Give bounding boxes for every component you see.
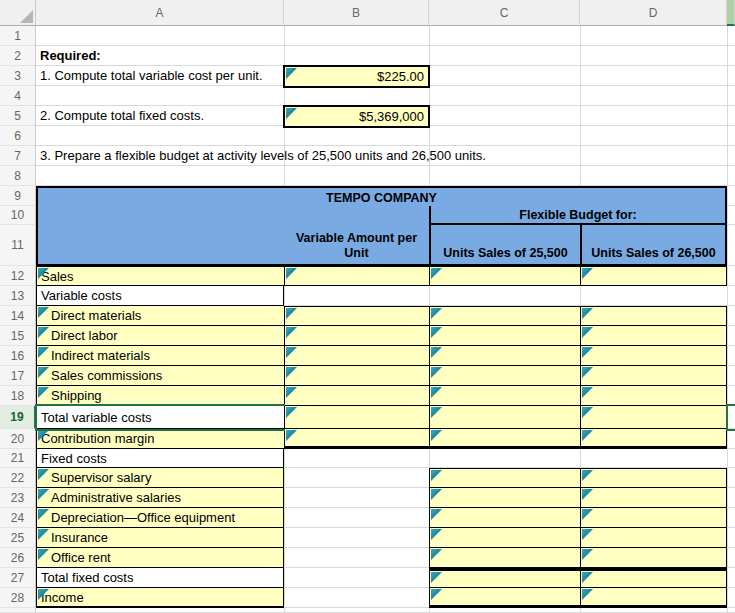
row-header-28[interactable]: 28 — [0, 588, 36, 608]
column-header-d[interactable]: D — [580, 0, 727, 26]
cell-d14-input[interactable] — [580, 306, 727, 326]
cell-c23-input[interactable] — [429, 488, 580, 508]
row-header-23[interactable]: 23 — [0, 488, 36, 508]
units-26500-header-cell[interactable]: Units Sales of 26,500 — [580, 225, 725, 264]
variable-amount-header-cell[interactable]: Variable Amount per Unit — [284, 225, 429, 264]
cell-c28-input[interactable] — [429, 588, 580, 608]
row-header-25[interactable]: 25 — [0, 528, 36, 548]
cell-d26-input[interactable] — [580, 548, 727, 568]
cell-a18[interactable]: Shipping — [36, 386, 284, 406]
column-header-a[interactable]: A — [36, 0, 284, 26]
row-header-26[interactable]: 26 — [0, 548, 36, 568]
cell-b5-answer-input[interactable]: $5,369,000 — [283, 105, 430, 128]
cell-c27-input[interactable] — [429, 568, 580, 588]
cell-a23[interactable]: Administrative salaries — [36, 488, 284, 508]
cell-a14[interactable]: Direct materials — [36, 306, 284, 326]
cell-c19-input[interactable] — [429, 406, 580, 429]
cell-d12-input[interactable] — [580, 266, 727, 286]
table-title-cell[interactable]: TEMPO COMPANY — [38, 188, 725, 207]
cell-d15-input[interactable] — [580, 326, 727, 346]
row-header-20[interactable]: 20 — [0, 429, 36, 449]
column-header-c[interactable]: C — [429, 0, 580, 26]
row-header-18[interactable]: 18 — [0, 386, 36, 406]
cell-a24[interactable]: Depreciation—Office equipment — [36, 508, 284, 528]
cell-b16-input[interactable] — [284, 346, 429, 366]
cell-b14-input[interactable] — [284, 306, 429, 326]
row-header-22[interactable]: 22 — [0, 468, 36, 488]
cell-a2-required-label[interactable]: Required: — [40, 46, 101, 66]
cell-a3-question1[interactable]: 1. Compute total variable cost per unit. — [40, 66, 263, 86]
cell-a17[interactable]: Sales commissions — [36, 366, 284, 386]
row-header-9[interactable]: 9 — [0, 186, 36, 206]
cell-d24-input[interactable] — [580, 508, 727, 528]
select-all-button[interactable] — [0, 0, 36, 26]
row-header-2[interactable]: 2 — [0, 46, 36, 66]
row-header-29[interactable] — [0, 608, 36, 613]
row-header-13[interactable]: 13 — [0, 286, 36, 306]
cell-c26-input[interactable] — [429, 548, 580, 568]
cell-a7-question3[interactable]: 3. Prepare a flexible budget at activity… — [40, 146, 486, 166]
cell-c17-input[interactable] — [429, 366, 580, 386]
cell-a28[interactable]: Income — [36, 588, 284, 608]
row-header-4[interactable]: 4 — [0, 86, 36, 106]
cell-b20-input[interactable] — [284, 429, 429, 449]
cell-d28-input[interactable] — [580, 588, 727, 608]
cell-d25-input[interactable] — [580, 528, 727, 548]
row-header-10[interactable]: 10 — [0, 206, 36, 225]
row-header-3[interactable]: 3 — [0, 66, 36, 86]
cell-c20-input[interactable] — [429, 429, 580, 449]
row-header-7[interactable]: 7 — [0, 146, 36, 166]
row-header-24[interactable]: 24 — [0, 508, 36, 528]
cell-d18-input[interactable] — [580, 386, 727, 406]
cell-a12[interactable]: Sales — [36, 266, 284, 286]
cell-c15-input[interactable] — [429, 326, 580, 346]
cell-a21[interactable]: Fixed costs — [36, 449, 284, 468]
row-header-8[interactable]: 8 — [0, 166, 36, 186]
cell-c18-input[interactable] — [429, 386, 580, 406]
cell-a27[interactable]: Total fixed costs — [36, 568, 284, 588]
cell-c12-input[interactable] — [429, 266, 580, 286]
cell-a15[interactable]: Direct labor — [36, 326, 284, 346]
cell-c16-input[interactable] — [429, 346, 580, 366]
row-header-12[interactable]: 12 — [0, 266, 36, 286]
row-header-11[interactable]: 11 — [0, 225, 36, 266]
row-header-21[interactable]: 21 — [0, 449, 36, 468]
row-header-16[interactable]: 16 — [0, 346, 36, 366]
row-header-15[interactable]: 15 — [0, 326, 36, 346]
cell-d27-input[interactable] — [580, 568, 727, 588]
cell-a13[interactable]: Variable costs — [36, 286, 284, 306]
cell-a26[interactable]: Office rent — [36, 548, 284, 568]
column-header-e[interactable] — [727, 0, 735, 26]
cell-d19-input[interactable] — [580, 406, 727, 429]
column-header-b[interactable]: B — [284, 0, 429, 26]
cell-a25[interactable]: Insurance — [36, 528, 284, 548]
row-header-19[interactable]: 19 — [0, 406, 36, 429]
cell-c24-input[interactable] — [429, 508, 580, 528]
row-header-1[interactable]: 1 — [0, 26, 36, 46]
row-header-14[interactable]: 14 — [0, 306, 36, 326]
cell-b15-input[interactable] — [284, 326, 429, 346]
cell-d22-input[interactable] — [580, 468, 727, 488]
row-header-6[interactable]: 6 — [0, 126, 36, 146]
cell-c14-input[interactable] — [429, 306, 580, 326]
cell-a16[interactable]: Indirect materials — [36, 346, 284, 366]
cell-b18-input[interactable] — [284, 386, 429, 406]
cell-b19-input[interactable] — [284, 406, 429, 429]
cell-c22-input[interactable] — [429, 468, 580, 488]
cell-c25-input[interactable] — [429, 528, 580, 548]
cell-b3-answer-input[interactable]: $225.00 — [283, 65, 430, 88]
cell-d17-input[interactable] — [580, 366, 727, 386]
units-25500-header-cell[interactable]: Units Sales of 25,500 — [429, 225, 580, 264]
cell-a20[interactable]: Contribution margin — [36, 429, 284, 449]
cell-a22[interactable]: Supervisor salary — [36, 468, 284, 488]
cell-d16-input[interactable] — [580, 346, 727, 366]
cell-d23-input[interactable] — [580, 488, 727, 508]
cell-a5-question2[interactable]: 2. Compute total fixed costs. — [40, 106, 204, 126]
flexible-budget-header-cell[interactable]: Flexible Budget for: — [429, 206, 725, 225]
cell-b17-input[interactable] — [284, 366, 429, 386]
row-header-27[interactable]: 27 — [0, 568, 36, 588]
row-header-17[interactable]: 17 — [0, 366, 36, 386]
cell-b12-input[interactable] — [284, 266, 429, 286]
row-header-5[interactable]: 5 — [0, 106, 36, 126]
cell-d20-input[interactable] — [580, 429, 727, 449]
